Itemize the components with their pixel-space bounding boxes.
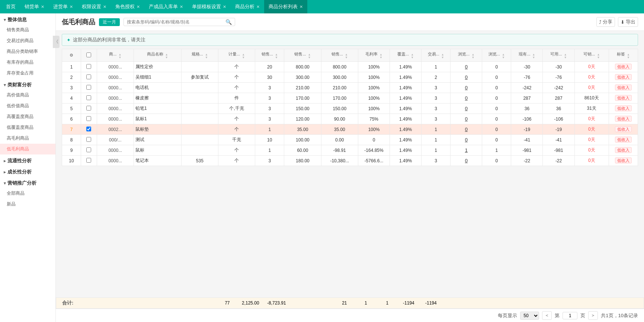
nav-home[interactable]: 首页 bbox=[1, 0, 20, 13]
row-select-checkbox[interactable] bbox=[86, 64, 91, 69]
search-icon[interactable]: 🔍 bbox=[225, 19, 232, 25]
browse1-link[interactable]: 0 bbox=[465, 74, 468, 80]
close-icon[interactable]: ✕ bbox=[70, 4, 73, 9]
spec-column-header[interactable]: 规格... ▲▼ bbox=[181, 49, 218, 62]
row-browse1[interactable]: 0 bbox=[451, 124, 482, 135]
browse1-column-header[interactable]: 浏览... ▲▼ bbox=[451, 49, 482, 62]
row-checkbox[interactable] bbox=[81, 145, 97, 156]
sidebar-item-stock-capital[interactable]: 库存资金占用 bbox=[0, 68, 55, 79]
row-checkbox[interactable] bbox=[81, 114, 97, 124]
name-column-header[interactable]: 商品名称 ▲▼ bbox=[134, 49, 181, 62]
current-column-header[interactable]: 现有... ▲▼ bbox=[511, 49, 543, 62]
nav-product-analysis[interactable]: 商品分析 ✕ bbox=[231, 0, 264, 13]
row-browse1[interactable]: 0 bbox=[451, 62, 482, 72]
nav-sales[interactable]: 销货单 ✕ bbox=[20, 0, 49, 13]
row-select-checkbox[interactable] bbox=[86, 158, 91, 163]
sidebar-item-all-goods[interactable]: 全部商品 bbox=[0, 188, 55, 199]
browse1-link[interactable]: 1 bbox=[465, 147, 468, 153]
close-icon[interactable]: ✕ bbox=[137, 4, 140, 9]
trade-count-column-header[interactable]: 交易... ▲▼ bbox=[422, 49, 451, 62]
browse1-link[interactable]: 0 bbox=[465, 137, 468, 143]
share-button[interactable]: ⤴ 分享 bbox=[596, 17, 615, 27]
per-page-select[interactable]: 50 100 200 bbox=[520, 312, 539, 320]
close-icon[interactable]: ✕ bbox=[180, 4, 183, 9]
close-icon[interactable]: ✕ bbox=[299, 4, 303, 9]
nav-finished-goods[interactable]: 产成品入库单 ✕ bbox=[144, 0, 188, 13]
row-select-checkbox[interactable] bbox=[86, 147, 91, 152]
search-input[interactable] bbox=[127, 19, 225, 25]
row-checkbox[interactable] bbox=[81, 124, 97, 135]
sidebar-item-category-rate[interactable]: 商品分类助销率 bbox=[0, 46, 55, 57]
nav-permission[interactable]: 权限设置 ✕ bbox=[77, 0, 111, 13]
close-icon[interactable]: ✕ bbox=[41, 4, 44, 9]
row-browse1[interactable]: 0 bbox=[451, 103, 482, 114]
sidebar-group-liquidity-title[interactable]: ▸ 流通性分析 bbox=[0, 154, 55, 166]
close-icon[interactable]: ✕ bbox=[223, 4, 226, 9]
settings-column-header[interactable]: ⚙ bbox=[62, 49, 81, 62]
row-select-checkbox[interactable] bbox=[86, 116, 91, 121]
row-browse1[interactable]: 0 bbox=[451, 156, 482, 166]
row-browse1[interactable]: 0 bbox=[451, 93, 482, 103]
nav-purchase[interactable]: 进货单 ✕ bbox=[49, 0, 77, 13]
row-browse1[interactable]: 0 bbox=[451, 83, 482, 93]
row-select-checkbox[interactable] bbox=[86, 74, 91, 79]
row-select-checkbox[interactable] bbox=[86, 85, 91, 90]
sidebar-group-marketing-title[interactable]: ▾ 营销推广分析 bbox=[0, 177, 55, 188]
row-browse1[interactable]: 1 bbox=[451, 145, 482, 156]
row-select-checkbox[interactable] bbox=[86, 127, 91, 131]
row-checkbox[interactable] bbox=[81, 72, 97, 83]
row-browse1[interactable]: 0 bbox=[451, 72, 482, 83]
sidebar-group-wealth-title[interactable]: ▾ 类财富分析 bbox=[0, 79, 55, 90]
row-checkbox[interactable] bbox=[81, 156, 97, 166]
saleable-column-header[interactable]: 可销... ▲▼ bbox=[574, 49, 609, 62]
sidebar-item-low-value[interactable]: 低价值商品 bbox=[0, 101, 55, 111]
sidebar-group-overview-title[interactable]: ▾ 整体信息 bbox=[0, 13, 55, 25]
close-icon[interactable]: ✕ bbox=[103, 4, 106, 9]
tag-column-header[interactable]: 标签 ▲▼ bbox=[609, 49, 638, 62]
sidebar-item-high-margin[interactable]: 高毛利商品 bbox=[0, 133, 55, 144]
page-number-input[interactable] bbox=[563, 312, 577, 319]
checkbox-column-header[interactable] bbox=[81, 49, 97, 62]
select-all-checkbox[interactable] bbox=[86, 52, 91, 57]
sale-profit-column-header[interactable]: 销售... ▲▼ bbox=[321, 49, 358, 62]
code-column-header[interactable]: 商... ▲▼ bbox=[97, 49, 134, 62]
browse1-link[interactable]: 0 bbox=[465, 158, 468, 163]
row-select-checkbox[interactable] bbox=[86, 137, 91, 142]
row-checkbox[interactable] bbox=[81, 83, 97, 93]
prev-page-button[interactable]: ＜ bbox=[542, 311, 552, 320]
sidebar-item-stocked-goods[interactable]: 有库存的商品 bbox=[0, 57, 55, 68]
sidebar-item-new-goods[interactable]: 新品 bbox=[0, 199, 55, 210]
sale-qty-column-header[interactable]: 销售... ▲▼ bbox=[255, 49, 284, 62]
sidebar-item-low-margin[interactable]: 低毛利商品 bbox=[0, 144, 55, 154]
row-checkbox[interactable] bbox=[81, 93, 97, 103]
row-checkbox[interactable] bbox=[81, 103, 97, 114]
sidebar-collapse-button[interactable]: 《 bbox=[53, 36, 60, 48]
margin-rate-column-header[interactable]: 毛利率 ▲▼ bbox=[358, 49, 390, 62]
browse1-link[interactable]: 0 bbox=[465, 85, 468, 90]
row-checkbox[interactable] bbox=[81, 62, 97, 72]
row-select-checkbox[interactable] bbox=[86, 106, 91, 111]
table-container[interactable]: ⚙ 商... ▲▼ 商品名称 ▲▼ 规格... ▲▼ 计量... ▲▼ 销售..… bbox=[56, 49, 644, 297]
sidebar-group-growth-title[interactable]: ▸ 成长性分析 bbox=[0, 166, 55, 177]
row-browse1[interactable]: 0 bbox=[451, 114, 482, 124]
nav-product-analysis-list[interactable]: 商品分析列表 ✕ bbox=[264, 0, 307, 13]
browse2-column-header[interactable]: 浏览... ▲▼ bbox=[482, 49, 511, 62]
available-column-header[interactable]: 可用... ▲▼ bbox=[543, 49, 574, 62]
browse1-link[interactable]: 0 bbox=[465, 116, 468, 122]
sidebar-item-high-coverage[interactable]: 高覆盖度商品 bbox=[0, 111, 55, 122]
sidebar-item-sales-goods[interactable]: 销售类商品 bbox=[0, 25, 55, 35]
nav-role[interactable]: 角色授权 ✕ bbox=[111, 0, 144, 13]
browse1-link[interactable]: 0 bbox=[465, 106, 468, 111]
sidebar-item-high-value[interactable]: 高价值商品 bbox=[0, 90, 55, 101]
row-checkbox[interactable] bbox=[81, 135, 97, 145]
search-box[interactable]: 🔍 bbox=[124, 18, 235, 26]
browse1-link[interactable]: 0 bbox=[465, 64, 468, 70]
row-select-checkbox[interactable] bbox=[86, 95, 91, 100]
sale-amt-column-header[interactable]: 销售... ▲▼ bbox=[284, 49, 321, 62]
sidebar-item-low-coverage[interactable]: 低覆盖度商品 bbox=[0, 122, 55, 133]
row-browse1[interactable]: 0 bbox=[451, 135, 482, 145]
sidebar-item-traded-goods[interactable]: 交易过的商品 bbox=[0, 35, 55, 46]
next-page-button[interactable]: ＞ bbox=[588, 311, 598, 320]
coverage-column-header[interactable]: 覆盖... ▲▼ bbox=[390, 49, 422, 62]
unit-column-header[interactable]: 计量... ▲▼ bbox=[218, 49, 255, 62]
